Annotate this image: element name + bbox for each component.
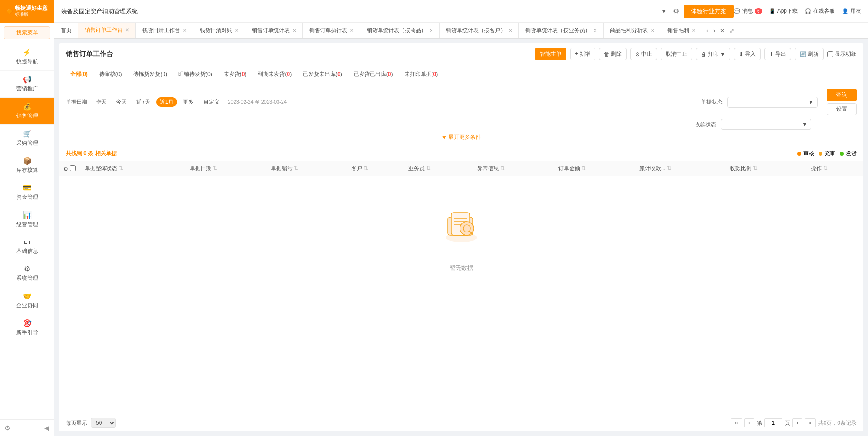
sub-tab-到期未发货[interactable]: 到期未发货(0) xyxy=(253,69,296,80)
sidebar-item-finance[interactable]: 💳资金管理 xyxy=(0,179,54,206)
send-action[interactable]: 发货 xyxy=(840,150,857,157)
date-option-昨天[interactable]: 昨天 xyxy=(92,97,110,107)
tab-close-gross-profit[interactable]: ✕ xyxy=(651,28,654,33)
tab-close-sales-customer-stats[interactable]: ✕ xyxy=(508,28,512,33)
tabs-prev-btn[interactable]: ‹ xyxy=(705,26,710,36)
sidebar-item-guide[interactable]: 🎯新手引导 xyxy=(0,314,54,341)
tab-cash-reconcile[interactable]: 钱货日清对账✕ xyxy=(193,23,245,38)
tabs-close-all-btn[interactable]: ✕ xyxy=(718,26,726,36)
date-option-近1月[interactable]: 近1月 xyxy=(156,97,177,107)
tab-sales-order-workbench[interactable]: 销售订单工作台✕ xyxy=(78,23,136,38)
show-detail-checkbox-label[interactable]: 显示明细 xyxy=(827,50,857,58)
sidebar-item-base-info[interactable]: 🗂基础信息 xyxy=(0,233,54,260)
import-button[interactable]: ⬇ 导入 xyxy=(734,48,761,60)
th-客户[interactable]: 客户⇅ xyxy=(347,161,404,176)
sub-tab-全部[interactable]: 全部(0) xyxy=(66,69,92,80)
expand-button[interactable]: ▼ 展开更多条件 xyxy=(441,133,481,141)
th-订单金额[interactable]: 订单金额⇅ xyxy=(554,161,635,176)
smart-create-button[interactable]: 智能生单 xyxy=(535,48,566,60)
th-单据编号[interactable]: 单据编号⇅ xyxy=(266,161,347,176)
page-number-input[interactable] xyxy=(764,418,782,427)
refresh-button[interactable]: 🔄 刷新 xyxy=(795,48,824,60)
prev-page-button[interactable]: ‹ xyxy=(744,418,754,427)
tab-close-sales-product-stats[interactable]: ✕ xyxy=(429,28,433,33)
th-累计收款...[interactable]: 累计收款...⇅ xyxy=(635,161,726,176)
date-option-自定义[interactable]: 自定义 xyxy=(200,97,223,107)
date-option-近7天[interactable]: 近7天 xyxy=(133,97,154,107)
print-button[interactable]: 🖨 打印 ▼ xyxy=(696,48,730,60)
app-download-button[interactable]: 📱 App下载 xyxy=(769,7,798,15)
sub-tab-待拣货发货[interactable]: 待拣货发货(0) xyxy=(129,69,172,80)
per-page-select[interactable]: 50 100 200 xyxy=(91,418,116,428)
search-menu-button[interactable]: 搜索菜单 xyxy=(4,26,50,39)
sub-tab-已发货已出库[interactable]: 已发货已出库(0) xyxy=(349,69,398,80)
sidebar-item-inventory[interactable]: 📦库存核算 xyxy=(0,152,54,179)
first-page-button[interactable]: « xyxy=(731,418,742,427)
found-prefix: 共找到 xyxy=(66,150,82,156)
tabs-fullscreen-btn[interactable]: ⤢ xyxy=(728,26,736,36)
sidebar-item-marketing[interactable]: 📢营销推广 xyxy=(0,71,54,98)
cancel-stop-button[interactable]: 取消中止 xyxy=(661,48,692,60)
table-scroll[interactable]: ⚙ 单据整体状态⇅单据日期⇅单据编号⇅客户⇅业务员⇅异常信息⇅订单金额⇅累计收款… xyxy=(59,161,863,414)
next-page-button[interactable]: › xyxy=(792,418,802,427)
tabs-next-btn[interactable]: › xyxy=(711,26,717,36)
date-option-更多[interactable]: 更多 xyxy=(179,97,197,107)
th-单据日期[interactable]: 单据日期⇅ xyxy=(185,161,266,176)
system-dropdown[interactable]: ▼ xyxy=(661,8,668,14)
sub-tab-已发货未出库[interactable]: 已发货未出库(0) xyxy=(298,69,347,80)
last-page-button[interactable]: » xyxy=(805,418,816,427)
tab-close-sales-order-workbench[interactable]: ✕ xyxy=(125,28,129,33)
sub-tab-待审核[interactable]: 待审核(0) xyxy=(95,69,127,80)
tab-sales-product-stats[interactable]: 销货单统计表（按商品）✕ xyxy=(360,23,440,38)
user-button[interactable]: 👤 用友 xyxy=(842,7,861,15)
sidebar-item-purchase[interactable]: 🛒采购管理 xyxy=(0,125,54,152)
online-service-button[interactable]: 🎧 在线客服 xyxy=(805,7,835,15)
sub-tab-未打印单据[interactable]: 未打印单据(0) xyxy=(400,69,443,80)
date-option-今天[interactable]: 今天 xyxy=(112,97,130,107)
select-all-checkbox[interactable] xyxy=(70,165,76,171)
sidebar-settings-icon[interactable]: ⚙ xyxy=(5,424,10,431)
tab-close-cash-reconcile[interactable]: ✕ xyxy=(235,28,239,33)
th-业务员[interactable]: 业务员⇅ xyxy=(404,161,473,176)
stop-button[interactable]: ⊘ 中止 xyxy=(630,48,657,60)
sidebar-item-operations[interactable]: 📊经营管理 xyxy=(0,206,54,233)
tab-sales-profit[interactable]: 销售毛利✕ xyxy=(661,23,702,38)
sidebar-item-enterprise[interactable]: 🤝企业协同 xyxy=(0,287,54,314)
status-select[interactable]: ▼ xyxy=(727,97,818,108)
tab-home[interactable]: 首页 xyxy=(54,23,78,38)
payment-select[interactable]: ▼ xyxy=(721,119,811,130)
settings-filter-button[interactable]: 设置 xyxy=(827,103,857,115)
tab-close-cash-daily[interactable]: ✕ xyxy=(183,28,187,33)
tab-close-sales-execute[interactable]: ✕ xyxy=(350,28,354,33)
review-action[interactable]: 审核 xyxy=(797,150,814,157)
tab-cash-daily[interactable]: 钱货日清工作台✕ xyxy=(136,23,193,38)
sidebar-item-sales[interactable]: 💰销售管理 xyxy=(0,98,54,125)
sidebar-item-system[interactable]: ⚙系统管理 xyxy=(0,260,54,287)
sub-tab-未发货[interactable]: 未发货(0) xyxy=(219,69,251,80)
message-button[interactable]: 💬 消息 6 xyxy=(734,7,762,15)
query-button[interactable]: 查询 xyxy=(827,89,857,101)
th-单据整体状态[interactable]: 单据整体状态⇅ xyxy=(80,161,185,176)
th-操作[interactable]: 操作⇅ xyxy=(806,161,863,176)
tab-close-sales-profit[interactable]: ✕ xyxy=(692,28,695,33)
tab-gross-profit[interactable]: 商品毛利分析表✕ xyxy=(604,23,661,38)
sub-tab-旺铺待发货[interactable]: 旺铺待发货(0) xyxy=(174,69,217,80)
export-button[interactable]: ⬆ 导出 xyxy=(764,48,791,60)
trial-btn[interactable]: 体验行业方案 xyxy=(684,5,734,18)
settings-cols-icon[interactable]: ⚙ xyxy=(63,166,68,172)
sidebar-item-quick-nav[interactable]: ⚡快捷导航 xyxy=(0,43,54,71)
topbar-settings-icon[interactable]: ⚙ xyxy=(673,7,679,15)
show-detail-checkbox[interactable] xyxy=(827,51,833,57)
tab-sales-customer-stats[interactable]: 销货单统计表（按客户）✕ xyxy=(440,23,519,38)
th-收款比例[interactable]: 收款比例⇅ xyxy=(725,161,806,176)
new-button[interactable]: + 新增 xyxy=(570,48,595,60)
tab-sales-staff-stats[interactable]: 销货单统计表（按业务员）✕ xyxy=(519,23,604,38)
th-异常信息[interactable]: 异常信息⇅ xyxy=(473,161,554,176)
cancel-action[interactable]: 充审 xyxy=(819,150,835,157)
tab-sales-stats[interactable]: 销售订单统计表✕ xyxy=(245,23,303,38)
delete-button[interactable]: 🗑 删除 xyxy=(599,48,627,60)
sidebar-collapse-icon[interactable]: ◀ xyxy=(44,424,49,431)
tab-close-sales-stats[interactable]: ✕ xyxy=(293,28,296,33)
tab-close-sales-staff-stats[interactable]: ✕ xyxy=(593,28,597,33)
tab-sales-execute[interactable]: 销售订单执行表✕ xyxy=(303,23,360,38)
